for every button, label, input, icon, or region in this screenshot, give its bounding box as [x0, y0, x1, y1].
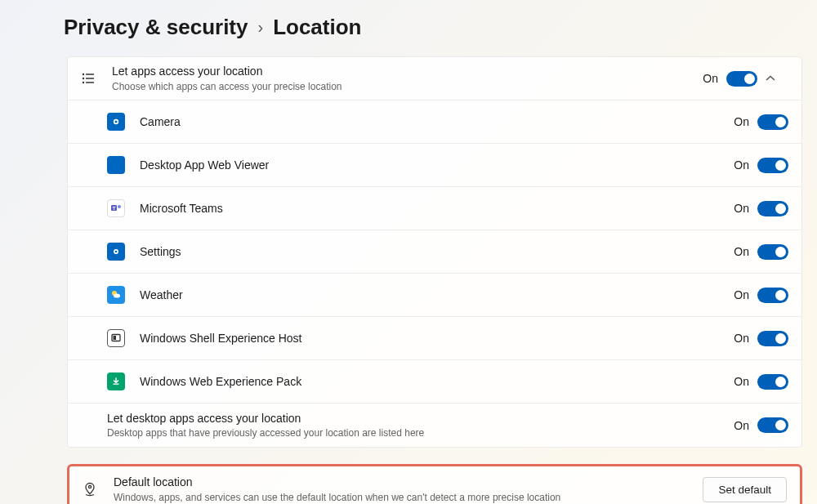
window-icon — [107, 329, 125, 347]
camera-icon — [107, 113, 125, 131]
app-toggle-weather[interactable] — [757, 288, 788, 303]
svg-text:T: T — [113, 206, 116, 211]
app-name: Desktop App Web Viewer — [140, 158, 734, 173]
download-icon — [107, 372, 125, 390]
desktop-apps-toggle[interactable] — [757, 417, 788, 433]
app-toggle-web-pack[interactable] — [757, 374, 788, 390]
apps-access-header-row[interactable]: Let apps access your location Choose whi… — [68, 57, 801, 100]
svg-rect-17 — [114, 384, 119, 385]
svg-point-12 — [115, 251, 118, 253]
app-row-weather: Weather On — [68, 274, 801, 317]
app-state: On — [734, 115, 749, 128]
app-state: On — [734, 288, 749, 301]
app-state: On — [734, 202, 749, 215]
svg-point-4 — [83, 82, 84, 83]
desktop-apps-subtitle: Desktop apps that have previously access… — [107, 426, 734, 439]
weather-icon — [107, 286, 125, 304]
app-toggle-teams[interactable] — [757, 201, 788, 216]
teams-icon: T — [107, 199, 125, 217]
svg-point-14 — [114, 293, 120, 297]
app-state: On — [734, 375, 749, 388]
list-filter-icon — [79, 69, 97, 87]
app-row-camera: Camera On — [68, 100, 801, 144]
default-location-subtitle: Windows, apps, and services can use the … — [114, 491, 703, 504]
set-default-button[interactable]: Set default — [703, 477, 787, 502]
breadcrumb: Privacy & security › Location — [0, 15, 817, 56]
app-toggle-desktop-web-viewer[interactable] — [757, 158, 788, 173]
square-icon — [107, 156, 125, 174]
default-location-card: Default location Windows, apps, and serv… — [67, 464, 802, 504]
desktop-apps-state: On — [734, 419, 749, 432]
app-toggle-shell-host[interactable] — [757, 331, 788, 346]
svg-point-7 — [115, 121, 118, 123]
app-name: Windows Web Experience Pack — [140, 374, 734, 390]
app-state: On — [734, 245, 749, 258]
svg-rect-16 — [114, 336, 117, 340]
app-row-teams: T Microsoft Teams On — [68, 187, 801, 230]
apps-access-title: Let apps access your location — [112, 64, 703, 79]
svg-point-0 — [83, 74, 84, 75]
app-toggle-settings[interactable] — [757, 244, 788, 260]
breadcrumb-parent[interactable]: Privacy & security — [64, 15, 248, 40]
app-name: Camera — [140, 114, 734, 130]
chevron-up-icon[interactable] — [766, 75, 788, 82]
location-pin-icon — [81, 480, 99, 498]
app-state: On — [734, 332, 749, 345]
app-row-desktop-web-viewer: Desktop App Web Viewer On — [68, 144, 801, 187]
desktop-apps-title: Let desktop apps access your location — [107, 411, 734, 426]
app-name: Weather — [140, 288, 734, 303]
default-location-title: Default location — [114, 475, 703, 490]
page-title: Location — [273, 15, 361, 40]
svg-point-2 — [83, 78, 84, 79]
apps-access-state: On — [703, 72, 718, 85]
location-apps-panel: Let apps access your location Choose whi… — [67, 56, 802, 448]
chevron-right-icon: › — [257, 18, 263, 37]
desktop-apps-row[interactable]: Let desktop apps access your location De… — [68, 404, 801, 447]
app-name: Settings — [140, 244, 734, 260]
gear-icon — [107, 243, 125, 261]
apps-access-toggle[interactable] — [726, 71, 757, 87]
svg-point-18 — [88, 486, 91, 488]
app-row-web-pack: Windows Web Experience Pack On — [68, 360, 801, 404]
app-row-settings: Settings On — [68, 230, 801, 274]
apps-access-subtitle: Choose which apps can access your precis… — [112, 80, 703, 93]
app-row-shell-host: Windows Shell Experience Host On — [68, 317, 801, 360]
app-name: Windows Shell Experience Host — [140, 331, 734, 346]
app-name: Microsoft Teams — [140, 201, 734, 216]
app-toggle-camera[interactable] — [757, 114, 788, 130]
svg-point-10 — [118, 205, 121, 208]
app-state: On — [734, 158, 749, 172]
